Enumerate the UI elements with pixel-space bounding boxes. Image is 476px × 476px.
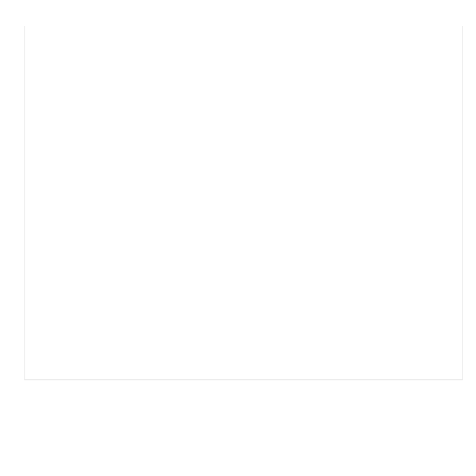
plot-area xyxy=(24,26,463,380)
x-axis xyxy=(24,380,461,384)
bar-group xyxy=(25,26,462,379)
chart-container xyxy=(0,0,476,476)
